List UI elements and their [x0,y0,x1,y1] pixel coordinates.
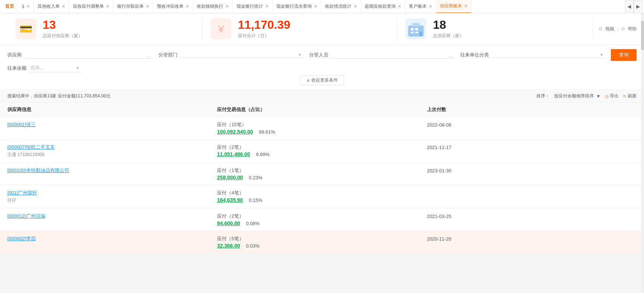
nav-tab-other-income[interactable]: 其他收入单 ✕ [34,0,69,13]
nav-tab-cash-flow[interactable]: 现金银行流水查询 ✕ [273,0,321,13]
supplier-input[interactable] [25,52,147,58]
transaction-amount[interactable]: 258,000.00 [217,175,243,180]
close-icon[interactable]: ✕ [225,4,229,9]
nav-arrow-right[interactable]: ▶ [634,0,643,13]
close-icon[interactable]: ✕ [265,4,269,9]
supplier-link[interactable]: [001]广州荣轩 [7,190,37,196]
video-link[interactable]: 视频 [605,26,614,32]
last-payment-cell: 2021-11-17 [427,144,567,150]
nav-tab-customer-book[interactable]: 客户账本 ✕ [405,0,436,13]
collapse-label: 收起更多条件 [311,77,338,83]
transaction-info-cell: 应付（15笔） 100,092,540.00 89.61% [217,121,427,135]
nav-tab-cash-stat[interactable]: 现金银行统计 ✕ [233,0,273,13]
refresh-button[interactable]: ↻ 刷新 [623,93,637,99]
transaction-label: 应付（2笔） [217,144,427,151]
supplier-link[interactable]: [000007]恒旺二手叉车 [7,144,55,150]
person-input-wrapper[interactable]: … [330,51,454,59]
payable-total-icon: ¥ [210,18,232,40]
nav-tab-bank[interactable]: 银行存取款单 ✕ [113,0,153,13]
supplier-info-cell: [000007]恒旺二手叉车 王通 17106110000 [7,144,217,158]
circle-play-icon: ⊙ [599,26,602,31]
close-icon[interactable]: ✕ [354,4,357,9]
nav-tab-adjustment[interactable]: 应收应付调整单 ✕ [69,0,113,13]
tab-adjustment-label: 应收应付调整单 [73,3,104,10]
tab-prepay-label: 预收冲应收单 [157,3,183,10]
supplier-link[interactable]: [000100]本特勤油品有限公司 [7,168,69,173]
person-input[interactable] [332,52,449,58]
stat-block-supplier-payable: 💳 13 总应付供应商（家） [7,18,203,40]
close-icon[interactable]: ✕ [429,4,432,9]
last-payment-cell: 2022-08-08 [427,121,567,128]
transaction-amount[interactable]: 11,051,486.00 [217,151,250,157]
supplier-info-cell: [000002]李四 [7,235,217,242]
person-dots-icon[interactable]: … [449,53,453,57]
close-icon[interactable]: ✕ [106,4,109,9]
transaction-label: 应付（1笔） [217,167,427,174]
sort-select[interactable]: 按应付余额倒序排序 ▼ [554,93,601,99]
balance-dropdown-icon[interactable]: ▼ [76,66,80,70]
close-icon[interactable]: ✕ [62,4,65,9]
table-row: [001]广州荣轩 仔仔 应付（4笔） 164,635.90 0.15% [0,185,644,208]
nav-arrow-left[interactable]: ◀ [625,0,634,13]
transaction-amount[interactable]: 164,635.90 [217,197,243,203]
nav-tab-supplier-book[interactable]: 供应商账本 ✕ [436,0,472,13]
tab-other-income-label: 其他收入单 [38,3,60,10]
export-label: 导出 [610,93,619,99]
close-icon[interactable]: ✕ [27,4,30,9]
transaction-row: 94,600.00 0.08% [217,220,427,226]
supplier-link[interactable]: [000012]广州贝瑞 [7,213,45,219]
table-row: [000007]恒旺二手叉车 王通 17106110000 应付（2笔） 11,… [0,139,644,163]
close-icon[interactable]: ✕ [464,4,468,8]
table-body: [000001]张三 应付（15笔） 100,092,540.00 89.61%… [0,117,644,254]
nav-tab-3[interactable]: 3 ✕ [18,0,34,13]
result-bar: 搜索结果中，供应商13家 应付金额111,703,854.00元 排序： 按应付… [0,90,644,103]
dept-dropdown-icon[interactable]: ▼ [298,53,302,57]
nav-tab-overdue[interactable]: 超期应收款查询 ✕ [361,0,405,13]
close-icon[interactable]: ✕ [314,4,317,9]
svg-rect-8 [411,32,414,33]
filter-balance: 往来余额 选择... ▼ [7,64,81,72]
dept-select[interactable]: ▼ [180,52,304,58]
nav-tab-prepay[interactable]: 预收冲应收单 ✕ [153,0,193,13]
supplier-link[interactable]: [000001]张三 [7,122,36,127]
stat-label-supplier-payable: 总应付供应商（家） [43,33,83,39]
transaction-amount[interactable]: 100,092,540.00 [217,129,253,135]
last-payment-cell: 2020-11-20 [427,235,567,242]
query-button[interactable]: 查询 [611,49,637,61]
help-link[interactable]: 帮助 [628,26,637,32]
supplier-info-cell: [001]广州荣轩 仔仔 [7,190,217,204]
scrollbar-thumb[interactable] [641,21,644,50]
transaction-info-cell: 应付（5笔） 32,366.00 0.03% [217,235,427,249]
collapse-button[interactable]: ∧ 收起更多条件 [300,75,344,85]
balance-select[interactable]: 选择... ▼ [29,64,81,72]
close-icon[interactable]: ✕ [146,4,149,9]
close-icon[interactable]: ✕ [186,4,189,9]
dept-filter-label: 分管部门 [158,52,178,58]
close-icon[interactable]: ✕ [398,4,401,9]
supplier-dots-icon[interactable]: … [147,53,151,57]
col-header-transaction-info: 应付交易信息（占比） [217,106,427,113]
transaction-amount[interactable]: 94,600.00 [217,220,240,226]
export-button[interactable]: ◎ 导出 [605,93,619,99]
table-row: [000002]李四 应付（5笔） 32,366.00 0.03% 2020-1… [0,231,644,254]
unit-type-select[interactable]: ▼ [491,52,605,58]
filter-unit-type: 往来单位分类 ▼ [460,52,605,58]
transaction-amount[interactable]: 32,366.00 [217,243,240,249]
stat-number-payable-total: 11,170.39 [238,18,290,31]
transaction-pct: 0.08% [246,221,260,226]
stats-bar: 💳 13 总应付供应商（家） ¥ 11,170.39 应付合计（万） [0,13,644,45]
balance-filter-label: 往来余额 [7,65,27,72]
last-payment-cell: 2021-03-25 [427,213,567,219]
help-circle-icon: ⊙ [621,26,625,31]
nav-tab-collection-stat[interactable]: 收款情况统计 ✕ [321,0,361,13]
person-filter-label: 分管人员 [309,52,328,58]
nav-tab-receipt[interactable]: 收款核销执行 ✕ [193,0,233,13]
supplier-link[interactable]: [000002]李四 [7,236,36,241]
scrollbar-track[interactable] [641,13,644,254]
tab-supplier-book-label: 供应商账本 [440,3,462,9]
nav-tab-home[interactable]: 首页 [1,0,18,13]
filter-area: 供应商 … 分管部门 ▼ 分管人员 … 往来单位分类 ▼ [0,45,644,90]
unit-type-dropdown-icon[interactable]: ▼ [600,53,603,57]
col-header-extra [567,106,637,113]
supplier-input-wrapper[interactable]: … [24,51,153,59]
